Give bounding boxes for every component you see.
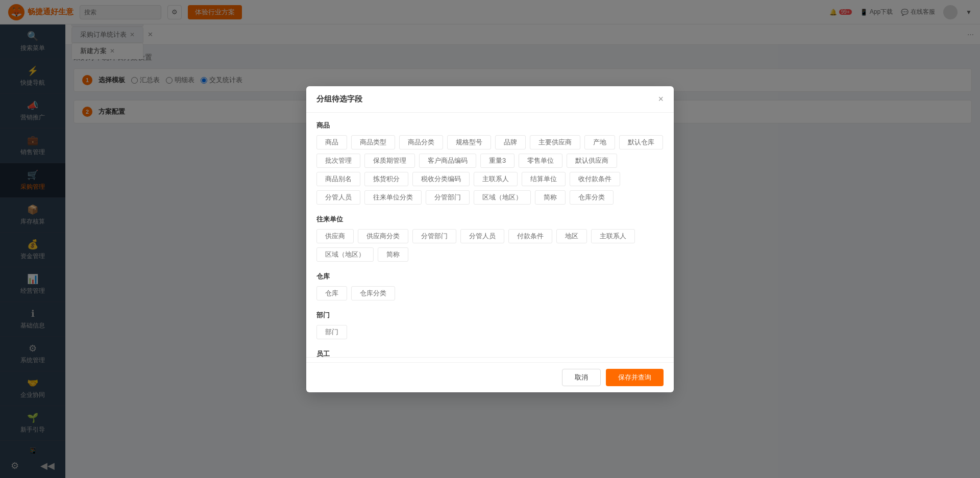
field-tag-1-6[interactable]: 主联系人 bbox=[591, 229, 635, 243]
field-tag-0-8[interactable]: 批次管理 bbox=[316, 154, 360, 168]
field-tag-0-18[interactable]: 结算单位 bbox=[522, 172, 566, 186]
field-tag-1-0[interactable]: 供应商 bbox=[316, 229, 354, 243]
field-tag-0-12[interactable]: 零售单位 bbox=[519, 154, 562, 168]
field-tag-0-4[interactable]: 品牌 bbox=[495, 135, 526, 149]
field-tags-2: 仓库仓库分类 bbox=[316, 286, 664, 300]
field-tag-0-13[interactable]: 默认供应商 bbox=[567, 154, 617, 168]
field-tags-1: 供应商供应商分类分管部门分管人员付款条件地区主联系人区域（地区）简称 bbox=[316, 229, 664, 262]
modal-overlay: 分组待选字段 × 商品商品商品类型商品分类规格型号品牌主要供应商产地默认仓库批次… bbox=[0, 0, 980, 478]
section-title-1: 往来单位 bbox=[316, 215, 664, 224]
field-tag-0-0[interactable]: 商品 bbox=[316, 135, 347, 149]
section-title-3: 部门 bbox=[316, 311, 664, 320]
field-tag-0-11[interactable]: 重量3 bbox=[480, 154, 514, 168]
field-tag-2-1[interactable]: 仓库分类 bbox=[351, 286, 395, 300]
field-tag-0-5[interactable]: 主要供应商 bbox=[530, 135, 580, 149]
field-tag-0-17[interactable]: 主联系人 bbox=[474, 172, 518, 186]
field-tag-2-0[interactable]: 仓库 bbox=[316, 286, 347, 300]
field-tag-0-9[interactable]: 保质期管理 bbox=[364, 154, 415, 168]
field-tag-1-4[interactable]: 付款条件 bbox=[508, 229, 552, 243]
field-tag-0-24[interactable]: 简称 bbox=[535, 190, 566, 205]
section-4: 员工业务员 bbox=[316, 349, 664, 358]
field-tag-0-16[interactable]: 税收分类编码 bbox=[412, 172, 470, 186]
field-tag-1-1[interactable]: 供应商分类 bbox=[358, 229, 408, 243]
section-title-4: 员工 bbox=[316, 349, 664, 358]
field-tag-1-8[interactable]: 简称 bbox=[378, 247, 408, 262]
modal-horizontal-scroll[interactable] bbox=[306, 357, 674, 362]
modal: 分组待选字段 × 商品商品商品类型商品分类规格型号品牌主要供应商产地默认仓库批次… bbox=[306, 86, 674, 392]
field-tag-0-15[interactable]: 拣货积分 bbox=[364, 172, 408, 186]
section-title-0: 商品 bbox=[316, 121, 664, 130]
field-tag-0-10[interactable]: 客户商品编码 bbox=[419, 154, 476, 168]
field-tag-0-23[interactable]: 区域（地区） bbox=[474, 190, 531, 205]
save-query-button[interactable]: 保存并查询 bbox=[606, 369, 664, 386]
modal-body: 商品商品商品类型商品分类规格型号品牌主要供应商产地默认仓库批次管理保质期管理客户… bbox=[306, 113, 674, 358]
field-tag-0-14[interactable]: 商品别名 bbox=[316, 172, 360, 186]
section-2: 仓库仓库仓库分类 bbox=[316, 272, 664, 300]
field-tag-0-21[interactable]: 往来单位分类 bbox=[364, 190, 422, 205]
field-tag-0-19[interactable]: 收付款条件 bbox=[570, 172, 620, 186]
field-tag-1-7[interactable]: 区域（地区） bbox=[316, 247, 374, 262]
section-0: 商品商品商品类型商品分类规格型号品牌主要供应商产地默认仓库批次管理保质期管理客户… bbox=[316, 121, 664, 205]
modal-title: 分组待选字段 bbox=[316, 94, 362, 104]
field-tag-1-3[interactable]: 分管人员 bbox=[460, 229, 504, 243]
section-3: 部门部门 bbox=[316, 311, 664, 339]
modal-close-button[interactable]: × bbox=[658, 94, 664, 104]
field-tag-0-25[interactable]: 仓库分类 bbox=[570, 190, 614, 205]
section-title-2: 仓库 bbox=[316, 272, 664, 281]
field-tag-3-0[interactable]: 部门 bbox=[316, 325, 347, 339]
section-1: 往来单位供应商供应商分类分管部门分管人员付款条件地区主联系人区域（地区）简称 bbox=[316, 215, 664, 262]
field-tag-1-2[interactable]: 分管部门 bbox=[412, 229, 456, 243]
field-tag-0-2[interactable]: 商品分类 bbox=[399, 135, 443, 149]
field-tag-0-7[interactable]: 默认仓库 bbox=[619, 135, 663, 149]
field-tag-0-6[interactable]: 产地 bbox=[584, 135, 615, 149]
field-tags-3: 部门 bbox=[316, 325, 664, 339]
field-tag-0-22[interactable]: 分管部门 bbox=[426, 190, 470, 205]
modal-header: 分组待选字段 × bbox=[306, 86, 674, 113]
cancel-button[interactable]: 取消 bbox=[562, 369, 601, 386]
field-tag-1-5[interactable]: 地区 bbox=[556, 229, 587, 243]
field-tag-0-3[interactable]: 规格型号 bbox=[447, 135, 491, 149]
field-tag-0-1[interactable]: 商品类型 bbox=[351, 135, 395, 149]
field-tags-0: 商品商品类型商品分类规格型号品牌主要供应商产地默认仓库批次管理保质期管理客户商品… bbox=[316, 135, 664, 205]
modal-footer: 取消 保存并查询 bbox=[306, 362, 674, 392]
field-tag-0-20[interactable]: 分管人员 bbox=[316, 190, 360, 205]
